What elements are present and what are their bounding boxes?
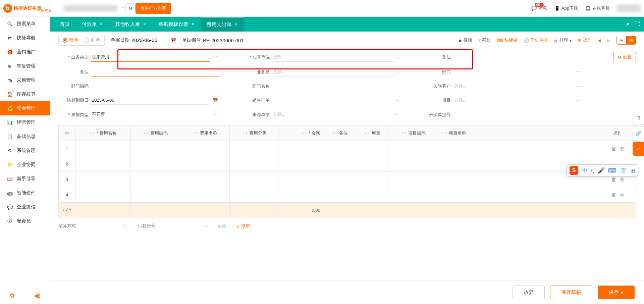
field-remark[interactable]: 备注	[421, 53, 582, 61]
col-project[interactable]: ▲▼项目	[356, 125, 388, 141]
table-row[interactable]: 1🗑⎘	[59, 141, 636, 156]
sidebar-item-basic[interactable]: 📋基础信息	[0, 130, 50, 144]
more-icon[interactable]: ⋯	[395, 98, 400, 103]
copy-row-icon[interactable]: ⎘	[621, 176, 624, 182]
calendar-icon[interactable]: 📅	[211, 98, 219, 103]
more-icon[interactable]: ⋯	[577, 98, 582, 103]
col-amount[interactable]: ▲▼* 金额	[279, 125, 324, 141]
field-remark2[interactable]: 备注	[58, 68, 219, 77]
messages-button[interactable]: 💬 消息 99+	[531, 5, 547, 11]
print-button[interactable]: 🖨 打印 ▾	[554, 37, 572, 43]
field-business-type[interactable]: 业务类型 往来费用 ﹀	[58, 53, 219, 62]
tab-other-income[interactable]: 其他收入单✕	[109, 17, 152, 32]
more-icon[interactable]: ⋯	[395, 69, 400, 74]
sidebar-item-wechat[interactable]: 💬企业微信	[0, 200, 50, 214]
ime-toolbar[interactable]: S 中 •͵ 🎤 ⌨ 👕 ⊞	[567, 164, 638, 176]
col-project-code[interactable]: ▲▼项目编码	[388, 125, 438, 141]
doc-date-input[interactable]	[131, 37, 168, 43]
field-sale-order[interactable]: 销售订单 ⋯	[239, 96, 400, 105]
ime-punct-icon[interactable]: •͵	[591, 167, 594, 174]
amount-field[interactable]: 金额	[217, 223, 226, 229]
chevron-down-icon[interactable]: ﹀	[123, 223, 128, 229]
col-project-name[interactable]: ▲▼项目名称	[438, 125, 599, 141]
theme-settings-icon[interactable]: ✿	[10, 292, 15, 299]
field-project[interactable]: 项目 选择... ⋯	[421, 96, 582, 105]
ime-skin-icon[interactable]: 👕	[620, 167, 627, 174]
doc-date-field[interactable]: 单据日期 📅	[111, 37, 176, 43]
copy-row-icon[interactable]: ⎘	[621, 146, 624, 151]
add-settlement-button[interactable]: ⊕添加	[236, 223, 250, 229]
tab-template[interactable]: 单据模板设置✕	[152, 17, 201, 32]
help-button[interactable]: ? 帮助	[478, 37, 491, 43]
list-view-icon[interactable]: ≡	[617, 36, 626, 44]
sidebar-item-inventory[interactable]: 🏠库存核算	[0, 87, 50, 101]
field-invoice-type[interactable]: 票据类型 不开票 ﹀	[58, 110, 219, 119]
delete-row-icon[interactable]: 🗑	[611, 146, 616, 151]
company-selector[interactable]: ﹀	[64, 5, 125, 12]
sidebar-item-collab[interactable]: 📁企业协同	[0, 158, 50, 172]
sidebar-item-search[interactable]: 🔍搜索菜单	[0, 17, 50, 31]
save-draft-button[interactable]: 保存草稿	[550, 286, 592, 299]
ime-mic-icon[interactable]: 🎤	[598, 167, 605, 174]
col-fee-name2[interactable]: ▲▼费用名称	[180, 125, 230, 141]
user-avatar-redacted[interactable]	[617, 4, 641, 12]
form-view-icon[interactable]: ⊞	[626, 36, 636, 44]
col-fee-category[interactable]: ▲▼费用分类	[229, 125, 279, 141]
sidebar-item-funds[interactable]: 💰资金管理	[0, 101, 50, 115]
field-partner[interactable]: 往来单位 选择... ⋯	[239, 53, 400, 62]
trial-industry-button[interactable]: 体验行业方案	[136, 3, 171, 14]
delete-row-icon[interactable]: 🗑	[611, 192, 616, 198]
sidebar-item-marketing[interactable]: 🎁营销推广	[0, 45, 50, 59]
field-dept[interactable]: 部门 ﹀	[421, 68, 582, 77]
system-settings-button[interactable]: ⚙	[125, 3, 136, 13]
rail-note-icon[interactable]: 🗒	[633, 111, 644, 125]
next-doc-icon[interactable]: ▶	[607, 38, 610, 43]
field-source-doc[interactable]: 来源单据 选择... ﹀	[239, 110, 400, 119]
sidebar-item-guide[interactable]: 📖新手引导	[0, 172, 50, 186]
table-row[interactable]: 3🗑⎘	[59, 172, 636, 187]
close-icon[interactable]: ✕	[234, 22, 238, 27]
col-fee-code[interactable]: ▲▼费用编码	[130, 125, 180, 141]
history-button[interactable]: 🕘 历史单据	[524, 37, 548, 43]
field-related-customer[interactable]: 关联客户 选择... ⋯	[421, 82, 582, 91]
close-all-tabs-icon[interactable]: ✕	[626, 21, 630, 28]
col-settings[interactable]: ⚙	[59, 125, 75, 141]
close-icon[interactable]: ✕	[143, 22, 146, 27]
ime-lang[interactable]: 中	[582, 167, 587, 174]
more-icon[interactable]: ⋯	[203, 223, 207, 229]
more-icon[interactable]: ⋯	[577, 84, 582, 89]
tab-expense[interactable]: 费用支出单✕	[201, 17, 244, 32]
fullscreen-icon[interactable]: ⛶	[635, 21, 640, 27]
pay-account-field[interactable]: 付款账号⋯	[138, 223, 207, 229]
sidebar-item-purchase[interactable]: 🛍采购管理	[0, 73, 50, 87]
video-help-button[interactable]: ▶ 视频	[459, 37, 472, 43]
ime-toolbox-icon[interactable]: ⊞	[630, 167, 635, 174]
ime-keyboard-icon[interactable]: ⌨	[608, 167, 616, 174]
field-sales[interactable]: 业务员 选择... ⋯	[239, 67, 400, 77]
close-icon[interactable]: ✕	[100, 22, 103, 27]
chevron-down-icon[interactable]: ﹀	[212, 112, 219, 118]
delete-row-icon[interactable]: 🗑	[611, 176, 616, 182]
sidebar-item-system[interactable]: ⚙系统管理	[0, 144, 50, 158]
sidebar-item-business[interactable]: 📊经营管理	[0, 115, 50, 130]
form-settings-button[interactable]: ⚙ 设置	[613, 52, 636, 62]
customer-service-button[interactable]: 🎧 在线客服	[585, 5, 610, 11]
chevron-down-icon[interactable]: ﹀	[212, 54, 219, 60]
table-row[interactable]: 2	[59, 156, 636, 172]
rail-expand-icon[interactable]: ⤢	[633, 142, 644, 156]
sidebar-item-sales[interactable]: ⊕销售管理	[0, 59, 50, 73]
rail-link-icon[interactable]: 🔗	[633, 126, 644, 140]
col-fee-name[interactable]: ▲▼* 费用名称	[75, 125, 131, 141]
settle-method-field[interactable]: 结算方式﹀	[58, 223, 128, 229]
operate-button[interactable]: ⊞ 操作	[578, 37, 592, 43]
app-download-button[interactable]: 📱 App下载	[554, 5, 578, 11]
abandon-button[interactable]: 放弃	[513, 286, 545, 299]
close-icon[interactable]: ✕	[191, 22, 195, 27]
field-settle-date[interactable]: 结算到期日 2023-06-06 📅	[58, 96, 219, 105]
sidebar-item-member[interactable]: Ⓥ畅会员	[0, 214, 50, 228]
shortcut-button[interactable]: ⌨ 快捷键	[497, 37, 518, 43]
radio-blue[interactable]: 蓝单	[63, 37, 78, 43]
more-icon[interactable]: ⋯	[395, 55, 400, 60]
collapse-icon[interactable]: ◀)	[34, 292, 41, 299]
radio-red[interactable]: 红单	[85, 37, 100, 43]
